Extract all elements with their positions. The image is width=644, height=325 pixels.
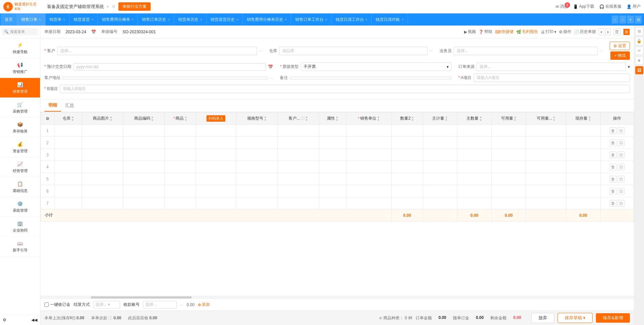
row-2-warehouse[interactable] bbox=[54, 137, 82, 149]
row-5-customer-code[interactable] bbox=[277, 173, 319, 185]
row-1-spec[interactable] bbox=[236, 125, 277, 137]
save-new-btn[interactable]: 保存&新增 bbox=[596, 313, 630, 323]
tab-sales-expense[interactable]: 销售费用分摊单 × bbox=[98, 13, 138, 26]
row-4-image[interactable] bbox=[82, 161, 123, 173]
help-link[interactable]: ❓ 帮助 bbox=[479, 29, 492, 35]
a-project-input[interactable]: 请输入A项目 bbox=[473, 74, 630, 82]
row-7-main-qty[interactable] bbox=[457, 197, 491, 209]
row-6-unit[interactable] bbox=[346, 185, 392, 197]
save-draft-btn[interactable]: 保存草稿 ▾ bbox=[558, 313, 593, 323]
row-5-unit[interactable] bbox=[346, 173, 392, 185]
tab-order-workbench[interactable]: 销售订单工作台 × bbox=[291, 13, 332, 26]
copy-row-btn[interactable]: ⊡ bbox=[618, 176, 624, 182]
row-6-warehouse[interactable] bbox=[54, 185, 82, 197]
sidebar-item-enterprise[interactable]: 🏢 企业协同 bbox=[0, 217, 40, 237]
tab-sales-return[interactable]: 销货退货 × bbox=[70, 13, 98, 26]
copy-row-btn[interactable]: ⊡ bbox=[618, 127, 624, 134]
right-panel-icon-4[interactable]: ★ bbox=[635, 56, 643, 65]
row-6-customer-code[interactable] bbox=[277, 185, 319, 197]
tab-home[interactable]: 首页 bbox=[1, 13, 17, 26]
row-5-main-qty[interactable] bbox=[457, 173, 491, 185]
row-6-code[interactable] bbox=[123, 185, 165, 197]
one-click-checkbox-input[interactable] bbox=[44, 302, 49, 307]
tab-sales-order[interactable]: 销售订单 × bbox=[17, 13, 45, 26]
row-3-property[interactable] bbox=[319, 149, 346, 161]
online-service-btn[interactable]: 🎧 在线客服 bbox=[599, 4, 621, 9]
row-7-main-unit[interactable] bbox=[423, 197, 457, 209]
row-2-code[interactable] bbox=[123, 137, 165, 149]
delete-row-btn[interactable]: 🗑 bbox=[610, 188, 616, 195]
row-3-code[interactable] bbox=[123, 149, 165, 161]
row-4-qty2[interactable] bbox=[391, 161, 423, 173]
row-6-property[interactable] bbox=[319, 185, 346, 197]
nav-prev-btn[interactable]: ‹ bbox=[612, 15, 618, 24]
row-6-image[interactable] bbox=[82, 185, 123, 197]
sidebar-item-sales[interactable]: 📊 销售管理 bbox=[0, 78, 40, 98]
calendar-icon[interactable]: 📅 bbox=[91, 30, 96, 34]
delete-row-btn[interactable]: 🗑 bbox=[610, 139, 616, 146]
row-1-unit[interactable] bbox=[346, 125, 392, 137]
row-1-property[interactable] bbox=[319, 125, 346, 137]
customer-more-btn[interactable]: ··· bbox=[259, 48, 262, 53]
row-1-code[interactable] bbox=[123, 125, 165, 137]
tab-expense-history[interactable]: 销售费用分摊单历史 × bbox=[243, 13, 291, 26]
remark-input[interactable] bbox=[290, 77, 451, 79]
row-7-warehouse[interactable] bbox=[54, 197, 82, 209]
row-5-spec[interactable] bbox=[236, 173, 277, 185]
payment-method-select[interactable]: 选择... ▾ bbox=[93, 301, 120, 309]
row-3-qty2[interactable] bbox=[391, 149, 423, 161]
tab-return-history[interactable]: 销货退货历史 × bbox=[206, 13, 243, 26]
row-5-main-unit[interactable] bbox=[423, 173, 457, 185]
add-goods-btn[interactable]: + 物流 bbox=[610, 51, 630, 60]
row-3-warehouse[interactable] bbox=[54, 149, 82, 161]
row-5-product[interactable] bbox=[165, 173, 196, 185]
row-4-warehouse[interactable] bbox=[54, 161, 82, 173]
add-link[interactable]: ⊕ 添加 bbox=[198, 302, 210, 308]
ticket-select[interactable]: 不开票 ▾ bbox=[301, 63, 451, 71]
b-project-input[interactable]: 请输入B项目 bbox=[60, 85, 630, 93]
calendar2-icon[interactable]: 📅 bbox=[268, 65, 273, 69]
delivery-input[interactable]: yyyy-mm-dd bbox=[73, 63, 266, 71]
row-6-main-qty[interactable] bbox=[457, 185, 491, 197]
close-tab-icon[interactable]: × bbox=[39, 18, 41, 22]
sidebar-item-quick-nav[interactable]: ⚡ 快捷导航 bbox=[0, 38, 40, 58]
sidebar-item-system[interactable]: ⚙️ 系统管理 bbox=[0, 197, 40, 217]
table-scrollbar[interactable] bbox=[40, 296, 634, 298]
row-1-image[interactable] bbox=[82, 125, 123, 137]
row-3-main-qty[interactable] bbox=[457, 149, 491, 161]
list-view-icon[interactable]: ☰ bbox=[613, 29, 620, 35]
row-3-main-unit[interactable] bbox=[423, 149, 457, 161]
scan-btn[interactable]: 扫码录入 bbox=[206, 115, 225, 122]
tab-summary[interactable]: 汇总 bbox=[61, 100, 78, 111]
account-more-btn[interactable]: ··· bbox=[180, 302, 183, 307]
nav-next-btn[interactable]: › bbox=[619, 15, 626, 24]
row-2-main-qty[interactable] bbox=[457, 137, 491, 149]
sidebar-item-purchase[interactable]: 🛒 采购管理 bbox=[0, 98, 40, 118]
row-6-qty2[interactable] bbox=[391, 185, 423, 197]
close-tab-icon[interactable]: × bbox=[325, 18, 327, 22]
salesperson-input[interactable]: 选择... bbox=[454, 47, 598, 55]
row-2-main-unit[interactable] bbox=[423, 137, 457, 149]
nav-close-btn[interactable]: × bbox=[627, 15, 634, 24]
row-4-code[interactable] bbox=[123, 161, 165, 173]
row-4-customer-code[interactable] bbox=[277, 161, 319, 173]
history-link[interactable]: 📄 历史单据 bbox=[574, 29, 596, 35]
sidebar-item-inventory[interactable]: 📦 库存核算 bbox=[0, 118, 40, 137]
copy-row-btn[interactable]: ⊡ bbox=[618, 200, 624, 207]
row-3-product[interactable] bbox=[165, 149, 196, 161]
copy-row-btn[interactable]: ⊡ bbox=[618, 139, 624, 146]
row-2-product[interactable] bbox=[165, 137, 196, 149]
row-3-unit[interactable] bbox=[346, 149, 392, 161]
close-tab-icon[interactable]: × bbox=[366, 18, 368, 22]
app-download-btn[interactable]: 📱 App下载 bbox=[573, 4, 594, 9]
close-tab-icon[interactable]: × bbox=[285, 18, 287, 22]
right-panel-icon-3[interactable]: ✏ bbox=[635, 47, 643, 55]
warehouse-more-btn[interactable]: ··· bbox=[429, 48, 433, 53]
row-4-main-unit[interactable] bbox=[423, 161, 457, 173]
sidebar-item-basic[interactable]: 📋 基础信息 bbox=[0, 177, 40, 197]
close-tab-icon[interactable]: × bbox=[402, 18, 404, 22]
solution-button[interactable]: 体验行业方案 bbox=[118, 2, 151, 11]
row-1-qty2[interactable] bbox=[391, 125, 423, 137]
row-2-image[interactable] bbox=[82, 137, 123, 149]
row-1-warehouse[interactable] bbox=[54, 125, 82, 137]
